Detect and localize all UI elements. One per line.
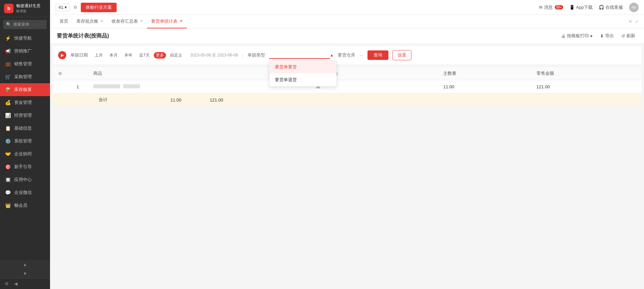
sidebar-nav: ⚡ 快捷导航 📢 营销推广 💼 销售管理 🛒 采购管理 📦 库存核算 💰 资金管… — [0, 32, 50, 260]
tab-order-stats-close[interactable]: ✕ — [180, 19, 183, 23]
brand-text: 畅捷通好生意 标准版 — [16, 3, 41, 14]
logo-letter: b — [7, 6, 10, 11]
topbar-left: 41 ▾ ⚙ 体验行业方案 — [55, 3, 117, 12]
sidebar-item-app-center[interactable]: 🔲 应用中心 — [0, 173, 50, 186]
logo-area: b 畅捷通好生意 标准版 — [0, 0, 50, 17]
sidebar-scroll-up[interactable]: ▲ — [0, 260, 50, 269]
service-label: 在线客服 — [605, 4, 623, 10]
dropdown-item-order-goods[interactable]: 要货单要货 — [269, 61, 336, 73]
sidebar-item-label: 系统管理 — [14, 138, 32, 144]
store-selector[interactable]: 41 ▾ — [55, 3, 70, 11]
type-dropdown-menu: 要货单要货 要货单退货 — [269, 60, 337, 87]
date-btn-this-year[interactable]: 本年 — [122, 52, 135, 59]
quick-nav-icon: ⚡ — [5, 36, 11, 41]
topbar-right: ✉ 消息 99+ 📱 App下载 🎧 在线客服 Rit — [539, 3, 639, 12]
dropdown-item-label: 要货单退货 — [275, 77, 297, 82]
store-name: 41 — [58, 5, 63, 10]
filter-expand-btn[interactable]: ▶ — [58, 51, 66, 59]
tab-expand-icon[interactable]: ⤢ — [635, 19, 639, 24]
query-btn[interactable]: 查询 — [367, 50, 388, 60]
member-icon: 👑 — [5, 203, 11, 208]
user-avatar[interactable]: Rit — [629, 3, 639, 12]
type-dropdown-arrow[interactable]: ▲ — [330, 53, 334, 58]
app-download-label: App下载 — [576, 4, 593, 10]
basic-info-icon: 📋 — [5, 126, 11, 131]
messages-btn[interactable]: ✉ 消息 99+ — [539, 4, 563, 10]
sidebar-item-purchase[interactable]: 🛒 采购管理 — [0, 70, 50, 83]
type-dropdown-container: ▲ 要货单要货 要货单退货 — [269, 52, 334, 59]
app-download-btn[interactable]: 📱 App下载 — [569, 4, 593, 10]
filter-settings-btn[interactable]: 设置 — [392, 50, 411, 60]
date-quick-btns: 上月 本月 本年 近7天 更多 自定义 — [92, 52, 185, 59]
warehouse-more-btn[interactable]: ··· — [359, 52, 363, 58]
sidebar-item-operation[interactable]: 📊 经营管理 — [0, 109, 50, 122]
date-btn-7days[interactable]: 近7天 — [137, 52, 152, 59]
sidebar-item-sales[interactable]: 💼 销售管理 — [0, 58, 50, 70]
sidebar-item-label: 企业微信 — [14, 190, 32, 196]
export-btn[interactable]: ⬇ 导出 — [598, 32, 616, 40]
date-range: 2023-05-06 至 2023-06-06 — [190, 52, 238, 58]
col-no — [68, 67, 88, 80]
page-title: 要货单统计表(按商品) — [57, 32, 109, 40]
settings-icon[interactable]: ⚙ — [5, 281, 9, 286]
date-btn-prev-month[interactable]: 上月 — [92, 52, 105, 59]
collapse-icon[interactable]: ◀ — [14, 281, 18, 286]
sidebar-item-finance[interactable]: 💰 资金管理 — [0, 96, 50, 109]
refresh-btn[interactable]: ↺ 刷新 — [619, 32, 637, 40]
weixin-icon: 💬 — [5, 190, 11, 195]
print-icon: 🖨 — [561, 34, 566, 39]
date-btn-this-month[interactable]: 本月 — [107, 52, 120, 59]
search-label: 搜索菜单 — [13, 22, 29, 27]
dropdown-item-order-return[interactable]: 要货单退货 — [269, 73, 336, 86]
print-chevron: ▾ — [590, 34, 593, 39]
col-settings-icon[interactable]: ⚙ — [58, 71, 62, 76]
sidebar-item-marketing[interactable]: 📢 营销推广 — [0, 45, 50, 58]
sidebar-item-basic-info[interactable]: 📋 基础信息 — [0, 122, 50, 135]
col-amount: 零售金额 — [531, 67, 641, 80]
date-btn-more[interactable]: 更多 — [154, 52, 166, 59]
brand-sub: 标准版 — [16, 9, 41, 14]
tab-sales-summary[interactable]: 收发存汇总表 ✕ — [108, 15, 147, 28]
date-btn-custom[interactable]: 自定义 — [167, 52, 185, 59]
settings-gear-icon[interactable]: ⚙ — [73, 5, 77, 10]
sidebar-item-system[interactable]: ⚙️ 系统管理 — [0, 135, 50, 148]
phone-icon: 📱 — [569, 5, 575, 10]
row-qty-cell: 11.00 — [438, 80, 531, 93]
sidebar-item-label: 应用中心 — [14, 177, 32, 183]
online-service-btn[interactable]: 🎧 在线客服 — [599, 4, 623, 10]
data-table: ⚙ 商品 主计量单位 主数量 零售金额 1 — [53, 67, 641, 93]
sidebar: b 畅捷通好生意 标准版 🔍 搜索菜单 ⚡ 快捷导航 📢 营销推广 💼 销售管理… — [0, 0, 50, 289]
sidebar-search[interactable]: 🔍 搜索菜单 — [3, 20, 47, 29]
tab-home[interactable]: 首页 — [55, 15, 72, 28]
table-row: 1 块 11.00 121.00 — [53, 80, 641, 93]
sidebar-item-guide[interactable]: 🎯 新手引导 — [0, 160, 50, 173]
type-input[interactable] — [269, 52, 330, 59]
avatar-text: Rit — [631, 5, 636, 9]
goods-code-placeholder — [123, 84, 140, 88]
tab-order-stats[interactable]: 要货单统计表 ✕ — [147, 15, 187, 28]
system-icon: ⚙️ — [5, 138, 11, 144]
tab-inventory-batch[interactable]: 库存批次账 ✕ — [72, 15, 108, 28]
col-qty: 主数量 — [438, 67, 531, 80]
sidebar-item-weixin[interactable]: 💬 企业微信 — [0, 186, 50, 199]
page-actions: 🖨 按模板打印 ▾ ⬇ 导出 ↺ 刷新 — [559, 32, 637, 40]
print-btn[interactable]: 🖨 按模板打印 ▾ — [559, 32, 595, 40]
export-label: 导出 — [605, 33, 614, 39]
sidebar-item-quick-nav[interactable]: ⚡ 快捷导航 — [0, 32, 50, 45]
logo-icon: b — [4, 4, 14, 13]
sidebar-item-enterprise[interactable]: 🤝 企业协同 — [0, 148, 50, 160]
refresh-label: 刷新 — [626, 33, 635, 39]
refresh-icon: ↺ — [621, 34, 625, 39]
tab-inventory-batch-close[interactable]: ✕ — [100, 19, 103, 23]
tab-sales-summary-close[interactable]: ✕ — [140, 19, 143, 23]
tab-home-label: 首页 — [59, 18, 68, 24]
app-center-icon: 🔲 — [5, 177, 11, 182]
sidebar-item-label: 企业协同 — [14, 151, 32, 157]
sales-icon: 💼 — [5, 61, 11, 67]
tab-close-all-icon[interactable]: ✕ — [628, 19, 632, 24]
trial-btn[interactable]: 体验行业方案 — [81, 3, 117, 12]
sidebar-scroll-down[interactable]: ▼ — [0, 269, 50, 278]
sidebar-item-inventory[interactable]: 📦 库存核算 — [0, 83, 50, 96]
sidebar-item-member[interactable]: 👑 畅会员 — [0, 199, 50, 212]
footer-total-amount: 121.00 — [210, 97, 223, 103]
